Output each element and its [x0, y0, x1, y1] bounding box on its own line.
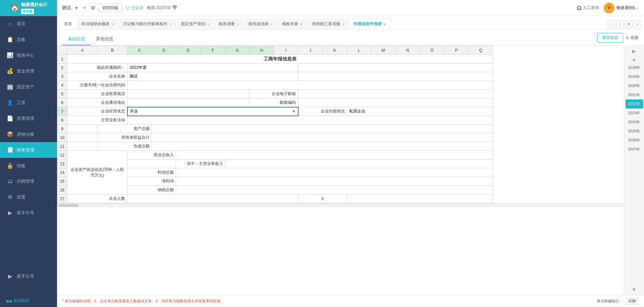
- sidebar-item-guide[interactable]: ▶新手引导: [0, 205, 57, 221]
- spreadsheet-cell[interactable]: [176, 186, 493, 194]
- tab-annual-report[interactable]: 年报信息申报表×: [349, 18, 390, 29]
- spreadsheet-cell[interactable]: [225, 160, 493, 168]
- sidebar-item-settings[interactable]: ⚙设置: [0, 189, 57, 205]
- tab-close-tax-check[interactable]: ×: [300, 22, 302, 26]
- spreadsheet-cell[interactable]: [127, 81, 493, 90]
- col-header-L[interactable]: L: [347, 46, 371, 55]
- sidebar-item-guide[interactable]: ▶ 新手引导: [0, 268, 57, 284]
- sidebar-item-home[interactable]: ⌂首页: [0, 16, 57, 32]
- spreadsheet-cell[interactable]: [176, 177, 493, 186]
- tab-journal[interactable]: 日记账与银行对账单核对×: [119, 18, 176, 29]
- year-item-2025年[interactable]: 2025年: [626, 127, 643, 136]
- support-button[interactable]: 🎧 人工咨询: [577, 5, 599, 11]
- sidebar-item-close[interactable]: 🔒结账: [0, 158, 57, 174]
- year-item-2026年[interactable]: 2026年: [626, 136, 643, 145]
- user-avatar-area[interactable]: 🦊 畅捷通B组...: [604, 3, 639, 13]
- spreadsheet-cell[interactable]: [127, 90, 250, 98]
- year-item-2021年[interactable]: 2021年: [626, 90, 643, 99]
- spreadsheet-cell[interactable]: [176, 168, 493, 177]
- spreadsheet-cell[interactable]: [152, 142, 493, 151]
- spreadsheet-cell[interactable]: [298, 90, 493, 98]
- sidebar-item-payroll[interactable]: 👤工资: [0, 95, 57, 111]
- tab-close-annual-report[interactable]: ×: [384, 22, 386, 26]
- spreadsheet-cell[interactable]: [127, 194, 298, 203]
- tab-tax-list[interactable]: 税表清册×: [214, 18, 243, 29]
- tab-close-tax-list[interactable]: ×: [237, 22, 239, 26]
- sidebar-item-funds[interactable]: 💰资金管理: [0, 63, 57, 79]
- dropdown-arrow-icon[interactable]: ▼: [292, 109, 296, 114]
- tab-close-journal[interactable]: ×: [169, 22, 171, 26]
- settings-icon[interactable]: ⚙: [91, 5, 95, 11]
- year-item-2024年[interactable]: 2024年: [626, 118, 643, 127]
- spreadsheet-cell[interactable]: [298, 98, 493, 107]
- spreadsheet-cell: 企业控股情况: [298, 107, 347, 116]
- col-header-M[interactable]: M: [371, 46, 396, 55]
- h-scrollbar-thumb[interactable]: [58, 204, 78, 207]
- col-header-F[interactable]: F: [201, 46, 225, 55]
- col-header-D[interactable]: D: [152, 46, 176, 55]
- spreadsheet-cell[interactable]: 2022年度: [127, 63, 298, 72]
- tab-close-tax-wave[interactable]: ×: [271, 22, 273, 26]
- tab-asset-cat[interactable]: 固定资产类别×: [177, 18, 214, 29]
- col-header-I[interactable]: I: [274, 46, 298, 55]
- add-tab-icon[interactable]: ＋: [82, 4, 87, 11]
- col-header-O[interactable]: O: [420, 46, 444, 55]
- sidebar-item-reports[interactable]: 📊报表中心: [0, 47, 57, 63]
- spreadsheet-cell[interactable]: [127, 98, 250, 107]
- year-item-2020年[interactable]: 2020年: [626, 81, 643, 90]
- col-header-P[interactable]: P: [444, 46, 469, 55]
- unpin-button[interactable]: ◀◀ 取消固定: [0, 294, 57, 307]
- year-item-2019年[interactable]: 2019年: [626, 72, 643, 81]
- year-scroll-down[interactable]: ▼: [631, 286, 638, 294]
- tab-next-button[interactable]: ›: [616, 20, 624, 28]
- tab-close-all-button[interactable]: ✕: [625, 20, 633, 28]
- tab-expand-button[interactable]: ⤢: [634, 20, 641, 28]
- tab-home[interactable]: 首页: [60, 18, 76, 29]
- workspace-dropdown-icon[interactable]: ▼: [74, 6, 78, 10]
- tab-tax-wave[interactable]: 税负波动表×: [244, 18, 277, 29]
- col-header-E[interactable]: E: [176, 46, 201, 55]
- col-header-K[interactable]: K: [322, 46, 347, 55]
- spreadsheet-cell[interactable]: [176, 151, 493, 160]
- spreadsheet-cell: [298, 72, 493, 81]
- reset-report-button[interactable]: 重置报表: [597, 33, 623, 43]
- col-header-A[interactable]: A: [67, 46, 98, 55]
- spreadsheet-cell[interactable]: [152, 125, 493, 133]
- spreadsheet-cell[interactable]: [152, 133, 493, 142]
- col-header-G[interactable]: G: [225, 46, 250, 55]
- year-item-2023年[interactable]: 2023年: [626, 108, 643, 118]
- col-header-H[interactable]: H: [250, 46, 274, 55]
- sidebar-item-purchase[interactable]: 📦进销台账: [0, 126, 57, 142]
- col-header-N[interactable]: N: [395, 46, 420, 55]
- sub-tab-其他信息[interactable]: 其他信息: [91, 33, 119, 45]
- sidebar-item-assets[interactable]: 🏢固定资产: [0, 79, 57, 95]
- tab-tax-check[interactable]: 税检专家×: [278, 18, 307, 29]
- tab-income-tax[interactable]: 所得税汇算清缴×: [308, 18, 348, 29]
- spreadsheet-cell[interactable]: 测试: [127, 72, 298, 81]
- spreadsheet-cell[interactable]: 私营企业: [347, 107, 493, 116]
- spreadsheet-cell[interactable]: 开业 ▼: [127, 107, 298, 116]
- refresh-button[interactable]: ↻ 刷新: [626, 35, 639, 41]
- sidebar-item-tax[interactable]: 🧾税务管理: [0, 142, 57, 158]
- col-header-C[interactable]: C: [127, 46, 152, 55]
- tab-close-asset-cat[interactable]: ×: [207, 22, 209, 26]
- year-item-2022年[interactable]: 2022年: [626, 99, 643, 108]
- year-item-2027年[interactable]: 2027年: [626, 145, 643, 154]
- year-scroll-up[interactable]: ▲: [631, 55, 638, 63]
- tab-close-income-tax[interactable]: ×: [342, 22, 344, 26]
- year-panel-collapse[interactable]: ▶: [631, 47, 637, 55]
- sidebar-item-ledger[interactable]: 📋总账: [0, 32, 57, 47]
- spreadsheet-cell[interactable]: 0: [298, 194, 347, 203]
- sidebar-item-invoice[interactable]: 📄发票管理: [0, 111, 57, 126]
- sub-tab-基础信息[interactable]: 基础信息: [62, 33, 91, 45]
- tab-close-subject[interactable]: ×: [112, 22, 114, 26]
- switch-old-button[interactable]: 切到旧版: [99, 4, 122, 12]
- col-header-B[interactable]: B: [97, 46, 127, 55]
- col-header-J[interactable]: J: [298, 46, 323, 55]
- year-item-2018年[interactable]: 2018年: [626, 63, 643, 72]
- sidebar-item-archive[interactable]: 🗂归档管理: [0, 174, 57, 189]
- spreadsheet-cell[interactable]: [127, 116, 493, 125]
- tab-subject[interactable]: 科目辅助余额表×: [77, 18, 118, 29]
- col-header-Q[interactable]: Q: [469, 46, 493, 55]
- tab-prev-button[interactable]: ‹: [608, 20, 615, 28]
